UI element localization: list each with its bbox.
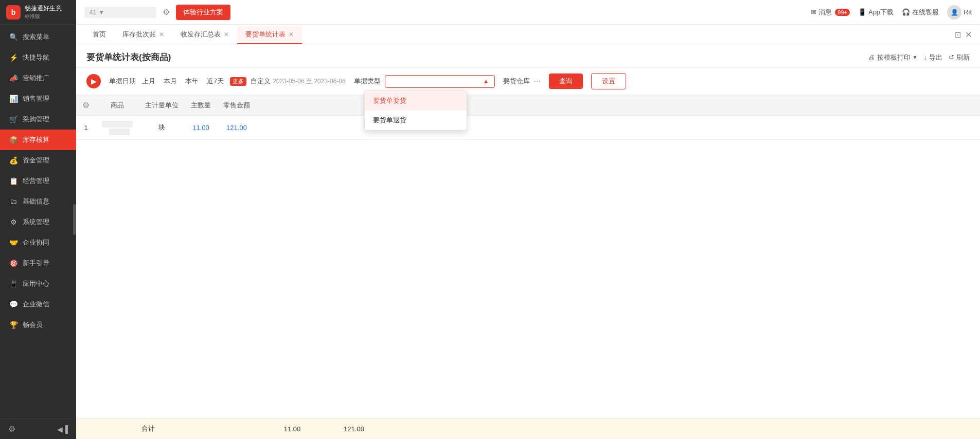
summary-unit [200, 419, 261, 439]
header-settings-icon[interactable]: ⚙ [163, 7, 170, 17]
store-id: 41 [90, 9, 96, 16]
tab-close-order-summary[interactable]: ✕ [289, 31, 294, 38]
trial-btn[interactable]: 体验行业方案 [176, 5, 230, 20]
sidebar-item-label: 销售管理 [23, 94, 49, 103]
date-filter-group: 单据日期 上月 本月 本年 近7天 更多 自定义 2023-05-06 至 20… [109, 76, 346, 87]
sidebar-item-label: 应用中心 [23, 279, 49, 288]
vip-icon: 🏆 [8, 320, 19, 330]
sidebar-item-apps[interactable]: 📱 应用中心 [0, 273, 76, 294]
dropdown-item-purchase[interactable]: 要货单要货 [365, 91, 467, 111]
summary-rest [385, 419, 980, 439]
collapse-icon[interactable]: ◀▐ [57, 425, 68, 433]
warehouse-label: 要货仓库 [503, 77, 530, 86]
dropdown-item-return[interactable]: 要货单退货 [365, 111, 467, 130]
col-amount: 零售金额 [217, 95, 256, 116]
tab-maximize-icon[interactable]: ⊡ [954, 30, 961, 40]
sidebar-item-finance[interactable]: 💰 资金管理 [0, 150, 76, 171]
store-chevron[interactable]: ▼ [98, 9, 104, 16]
date-label: 单据日期 [109, 77, 136, 86]
row-amount[interactable]: 121.00 [217, 116, 256, 140]
sidebar-item-vip[interactable]: 🏆 畅会员 [0, 315, 76, 335]
user-avatar[interactable]: 👤 Rit [947, 5, 972, 20]
date-btn-7days[interactable]: 近7天 [205, 76, 226, 87]
tab-shipment-summary[interactable]: 收发存汇总表 ✕ [172, 26, 237, 44]
sidebar-bottom[interactable]: ⚙ ◀▐ [0, 418, 76, 439]
settings-icon[interactable]: ⚙ [8, 424, 15, 434]
type-select-chevron-icon: ▲ [483, 78, 489, 85]
sidebar-item-inventory[interactable]: 📦 库存核算 [0, 130, 76, 150]
store-selector[interactable]: 41 ▼ [84, 7, 156, 18]
type-filter-group: 单据类型 ▲ [354, 75, 495, 88]
sidebar-nav: 🔍 搜索菜单 ⚡ 快捷导航 📣 营销推广 📊 销售管理 🛒 采购管理 📦 库存核… [0, 25, 76, 418]
refresh-btn[interactable]: ↺ 刷新 [949, 53, 970, 62]
sidebar-item-shortcuts[interactable]: ⚡ 快捷导航 [0, 47, 76, 68]
operations-icon: 📋 [8, 176, 19, 186]
enterprise-icon: 🤝 [8, 237, 19, 248]
guide-icon: 🎯 [8, 258, 19, 268]
tab-close-shipment-summary[interactable]: ✕ [224, 31, 229, 38]
sidebar-item-marketing[interactable]: 📣 营销推广 [0, 68, 76, 88]
sidebar-scrollbar[interactable] [73, 204, 76, 235]
tab-close-inventory-batch[interactable]: ✕ [159, 31, 164, 38]
filter-toggle-btn[interactable]: ▶ [86, 74, 101, 88]
date-btn-this-year[interactable]: 本年 [183, 76, 201, 87]
message-btn[interactable]: ✉ 消息 99+ [811, 8, 850, 17]
type-input[interactable] [390, 78, 483, 85]
sidebar-item-basic[interactable]: 🗂 基础信息 [0, 191, 76, 212]
app-download-btn[interactable]: 📱 App下载 [858, 8, 894, 17]
basic-icon: 🗂 [8, 196, 19, 207]
username: Rit [964, 8, 972, 16]
message-icon: ✉ [811, 8, 816, 16]
setting-btn[interactable]: 设置 [591, 73, 626, 89]
sidebar-item-label: 库存核算 [23, 135, 49, 144]
col-settings-icon[interactable]: ⚙ [82, 101, 90, 109]
sidebar-item-system[interactable]: ⚙ 系统管理 [0, 212, 76, 232]
filter-bar: ▶ 单据日期 上月 本月 本年 近7天 更多 自定义 2023-05-06 至 … [76, 68, 980, 95]
apps-icon: 📱 [8, 279, 19, 289]
warehouse-more-icon[interactable]: ··· [534, 77, 541, 86]
marketing-icon: 📣 [8, 73, 19, 83]
tab-order-summary[interactable]: 要货单统计表 ✕ [237, 26, 302, 44]
sidebar-item-sales[interactable]: 📊 销售管理 [0, 88, 76, 109]
export-btn[interactable]: ↓ 导出 [924, 53, 943, 62]
page-header: 要货单统计表(按商品) 🖨 按模板打印 ▼ ↓ 导出 ↺ 刷新 [76, 45, 980, 68]
service-btn[interactable]: 🎧 在线客服 [902, 8, 939, 17]
tab-close-all-icon[interactable]: ✕ [965, 30, 972, 40]
print-btn[interactable]: 🖨 按模板打印 ▼ [868, 53, 918, 62]
print-chevron-down-icon: ▼ [913, 54, 918, 60]
row-quantity[interactable]: 11.00 [185, 116, 217, 140]
table-header-row: ⚙ 商品 主计量单位 主数量 零售金额 [76, 95, 980, 116]
sidebar-item-label: 畅会员 [23, 320, 43, 330]
date-more-badge[interactable]: 更多 [230, 77, 246, 86]
inventory-icon: 📦 [8, 135, 19, 145]
sidebar-item-label: 新手引导 [23, 259, 49, 268]
sidebar-item-label: 资金管理 [23, 156, 49, 165]
tab-home[interactable]: 首页 [84, 26, 114, 44]
sidebar-item-enterprise[interactable]: 🤝 企业协同 [0, 232, 76, 253]
sidebar-item-wechat[interactable]: 💬 企业微信 [0, 294, 76, 315]
tab-bar: 首页 库存批次账 ✕ 收发存汇总表 ✕ 要货单统计表 ✕ ⊡ ✕ [76, 25, 980, 45]
query-btn[interactable]: 查询 [549, 74, 583, 89]
col-quantity: 主数量 [185, 95, 217, 116]
sidebar-item-guide[interactable]: 🎯 新手引导 [0, 253, 76, 273]
date-btn-this-month[interactable]: 本月 [162, 76, 179, 87]
system-icon: ⚙ [8, 217, 19, 227]
col-unit: 主计量单位 [139, 95, 185, 116]
sidebar-item-label: 搜索菜单 [23, 32, 49, 42]
tab-inventory-batch[interactable]: 库存批次账 ✕ [114, 26, 172, 44]
page-body: 要货单统计表(按商品) 🖨 按模板打印 ▼ ↓ 导出 ↺ 刷新 ▶ [76, 45, 980, 439]
main-content: 41 ▼ ⚙ 体验行业方案 ✉ 消息 99+ 📱 App下载 🎧 在线客服 👤 [76, 0, 980, 439]
date-btn-last-month[interactable]: 上月 [140, 76, 157, 87]
avatar: 👤 [947, 5, 961, 20]
date-btn-custom[interactable]: 自定义 [251, 77, 271, 86]
row-product [96, 116, 139, 140]
sidebar-item-purchase[interactable]: 🛒 采购管理 [0, 109, 76, 130]
tab-bar-actions: ⊡ ✕ [954, 30, 972, 40]
top-header: 41 ▼ ⚙ 体验行业方案 ✉ 消息 99+ 📱 App下载 🎧 在线客服 👤 [76, 0, 980, 25]
sidebar-item-search[interactable]: 🔍 搜索菜单 [0, 27, 76, 47]
summary-spacer [76, 419, 97, 439]
header-left: 41 ▼ ⚙ 体验行业方案 [84, 5, 230, 20]
type-select[interactable]: ▲ [385, 75, 495, 88]
logo-text: 畅捷通好生意 标准版 [25, 5, 62, 20]
sidebar-item-operations[interactable]: 📋 经营管理 [0, 171, 76, 191]
